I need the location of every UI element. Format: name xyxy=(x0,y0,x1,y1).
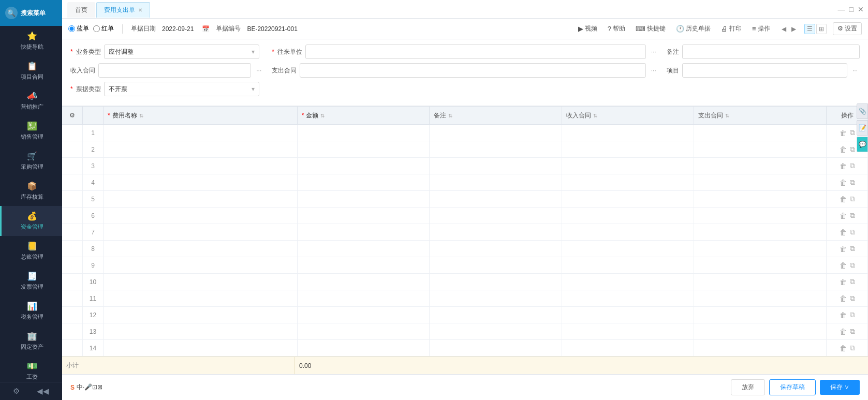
radio-blue[interactable] xyxy=(68,25,75,32)
td-expense-contract-1[interactable] xyxy=(694,125,827,141)
sidebar-item-purchase[interactable]: 🛒 采购管理 xyxy=(0,146,62,176)
td-amount-8[interactable] xyxy=(298,241,430,257)
copy-icon-12[interactable]: ⧉ xyxy=(850,310,855,319)
delete-icon-4[interactable]: 🗑 xyxy=(840,179,847,187)
td-expense-4[interactable] xyxy=(104,174,298,190)
sidebar-item-marketing[interactable]: 📣 营销推广 xyxy=(0,86,62,116)
td-expense-13[interactable] xyxy=(104,323,298,339)
td-income-6[interactable] xyxy=(562,208,695,224)
td-expense-3[interactable] xyxy=(104,158,298,174)
copy-icon-8[interactable]: ⧉ xyxy=(850,244,855,253)
delete-icon-8[interactable]: 🗑 xyxy=(840,245,847,253)
attachment-widget[interactable]: 📎 xyxy=(857,103,868,119)
copy-icon-2[interactable]: ⧉ xyxy=(850,145,855,154)
toolbar-btn-print[interactable]: 🖨打印 xyxy=(718,23,745,34)
counterparty-dots[interactable]: ··· xyxy=(649,48,658,55)
td-expense-contract-4[interactable] xyxy=(694,174,827,190)
td-amount-12[interactable] xyxy=(298,307,430,323)
td-note-3[interactable] xyxy=(430,158,562,174)
sidebar-item-project-contract[interactable]: 📋 项目合同 xyxy=(0,56,62,86)
delete-icon-6[interactable]: 🗑 xyxy=(840,212,847,220)
td-amount-7[interactable] xyxy=(298,224,430,240)
td-note-11[interactable] xyxy=(430,290,562,306)
td-amount-1[interactable] xyxy=(298,125,430,141)
delete-icon-9[interactable]: 🗑 xyxy=(840,261,847,270)
td-expense-contract-11[interactable] xyxy=(694,290,827,306)
sidebar-item-sales[interactable]: 💹 销售管理 xyxy=(0,116,62,146)
delete-icon-1[interactable]: 🗑 xyxy=(840,129,847,137)
delete-icon-7[interactable]: 🗑 xyxy=(840,228,847,236)
td-note-7[interactable] xyxy=(430,224,562,240)
td-expense-contract-6[interactable] xyxy=(694,208,827,224)
income-sort[interactable]: ⇅ xyxy=(593,113,597,118)
counterparty-input[interactable] xyxy=(305,45,646,59)
settings-icon[interactable]: ⚙ xyxy=(13,387,20,396)
copy-icon-9[interactable]: ⧉ xyxy=(850,261,855,270)
delete-icon-12[interactable]: 🗑 xyxy=(840,311,847,319)
project-dots[interactable]: ··· xyxy=(850,67,860,74)
td-note-13[interactable] xyxy=(430,323,562,339)
td-income-13[interactable] xyxy=(562,323,695,339)
td-income-1[interactable] xyxy=(562,125,695,141)
td-expense-contract-7[interactable] xyxy=(694,224,827,240)
tab-expense-form[interactable]: 费用支出单✕ xyxy=(96,2,150,18)
copy-icon-5[interactable]: ⧉ xyxy=(850,195,855,203)
td-expense-5[interactable] xyxy=(104,191,298,207)
td-note-12[interactable] xyxy=(430,307,562,323)
expense-contract-sort[interactable]: ⇅ xyxy=(725,113,729,118)
td-amount-5[interactable] xyxy=(298,191,430,207)
sidebar-item-fixed-assets[interactable]: 🏢 固定资产 xyxy=(0,326,62,356)
business-type-input[interactable]: 应付调整 ▾ xyxy=(104,45,259,59)
td-income-7[interactable] xyxy=(562,224,695,240)
expense-contract-input[interactable] xyxy=(300,63,645,78)
tab-home[interactable]: 首页 xyxy=(67,2,95,18)
td-note-9[interactable] xyxy=(430,257,562,273)
td-income-4[interactable] xyxy=(562,174,695,190)
td-income-9[interactable] xyxy=(562,257,695,273)
td-note-4[interactable] xyxy=(430,174,562,190)
td-note-1[interactable] xyxy=(430,125,562,141)
abandon-button[interactable]: 放弃 xyxy=(731,379,765,395)
td-amount-10[interactable] xyxy=(298,274,430,290)
save-button[interactable]: 保存 ∨ xyxy=(820,380,860,395)
sidebar-header[interactable]: 🔍 搜索菜单 xyxy=(0,0,62,26)
memo-widget[interactable]: 📝 xyxy=(857,120,868,136)
amount-sort[interactable]: ⇅ xyxy=(320,113,325,118)
td-expense-6[interactable] xyxy=(104,208,298,224)
td-amount-14[interactable] xyxy=(298,340,430,356)
delete-icon-10[interactable]: 🗑 xyxy=(840,278,847,286)
td-expense-2[interactable] xyxy=(104,141,298,157)
project-input[interactable] xyxy=(682,63,847,78)
save-draft-button[interactable]: 保存草稿 xyxy=(769,379,816,395)
radio-red[interactable] xyxy=(93,25,100,32)
td-expense-contract-12[interactable] xyxy=(694,307,827,323)
tab-close-expense-form[interactable]: ✕ xyxy=(138,7,142,13)
td-expense-contract-14[interactable] xyxy=(694,340,827,356)
note-sort[interactable]: ⇅ xyxy=(448,113,452,118)
td-amount-3[interactable] xyxy=(298,158,430,174)
maximize-button[interactable]: □ xyxy=(849,5,854,13)
copy-icon-10[interactable]: ⧉ xyxy=(850,277,855,286)
copy-icon-3[interactable]: ⧉ xyxy=(850,161,855,170)
copy-icon-14[interactable]: ⧉ xyxy=(850,344,855,352)
chat-widget[interactable]: 💬 xyxy=(857,137,868,152)
td-income-12[interactable] xyxy=(562,307,695,323)
td-expense-contract-3[interactable] xyxy=(694,158,827,174)
volume-icon[interactable]: ◀◀ xyxy=(37,387,49,396)
td-expense-7[interactable] xyxy=(104,224,298,240)
td-expense-12[interactable] xyxy=(104,307,298,323)
td-income-10[interactable] xyxy=(562,274,695,290)
td-amount-11[interactable] xyxy=(298,290,430,306)
copy-icon-1[interactable]: ⧉ xyxy=(850,128,855,137)
expense-name-sort[interactable]: ⇅ xyxy=(139,113,143,118)
td-note-2[interactable] xyxy=(430,141,562,157)
toolbar-btn-operate[interactable]: ≡操作 xyxy=(749,23,773,34)
radio-red-label[interactable]: 红单 xyxy=(93,24,114,33)
toolbar-btn-shortcut[interactable]: ⌨快捷键 xyxy=(632,23,669,34)
td-note-5[interactable] xyxy=(430,191,562,207)
td-amount-4[interactable] xyxy=(298,174,430,190)
sidebar-item-tax[interactable]: 📊 税务管理 xyxy=(0,296,62,326)
sidebar-item-inventory[interactable]: 📦 库存核算 xyxy=(0,176,62,206)
td-income-2[interactable] xyxy=(562,141,695,157)
td-note-6[interactable] xyxy=(430,208,562,224)
